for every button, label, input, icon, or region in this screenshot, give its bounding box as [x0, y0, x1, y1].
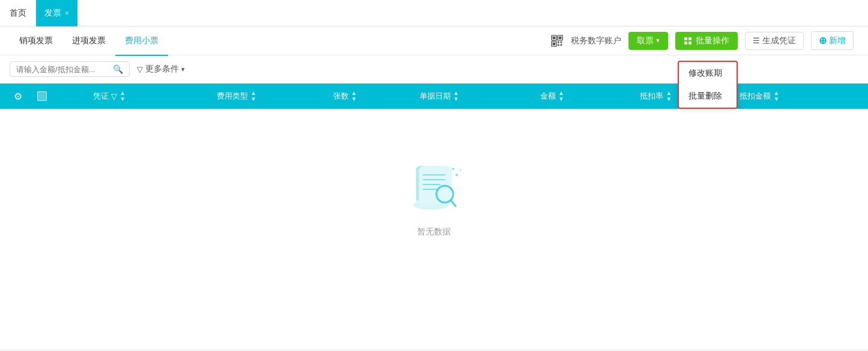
filter-icon: ▽ — [137, 65, 143, 74]
svg-rect-10 — [684, 37, 687, 40]
empty-state: 暂无数据 — [0, 109, 868, 261]
invoice-tab[interactable]: 发票 × — [36, 0, 77, 26]
deduct-sort-icon[interactable]: ▲▼ — [773, 90, 779, 102]
th-expense-type[interactable]: 费用类型 ▲▼ — [166, 90, 307, 102]
th-date-label: 单据日期 — [420, 91, 451, 102]
svg-point-20 — [439, 189, 450, 200]
th-expense-label: 费用类型 — [217, 91, 248, 102]
generate-voucher-label: 生成凭证 — [762, 35, 796, 46]
secondary-nav: 销项发票 进项发票 费用小票 税务数字账户 取票 ▾ — [0, 26, 868, 55]
expense-sort-icon[interactable]: ▲▼ — [250, 90, 256, 102]
take-ticket-button[interactable]: 取票 ▾ — [628, 32, 668, 50]
more-conditions-btn[interactable]: ▽ 更多条件 ▾ — [137, 64, 185, 75]
th-rate-label: 抵扣率 — [640, 91, 663, 102]
svg-point-24 — [453, 168, 454, 170]
batch-dropdown-menu: 修改账期 批量删除 — [678, 61, 738, 109]
count-sort-icon[interactable]: ▲▼ — [351, 90, 357, 102]
batch-delete-item[interactable]: 批量删除 — [679, 85, 737, 108]
gear-icon[interactable]: ⚙ — [14, 91, 22, 102]
svg-rect-8 — [558, 44, 559, 46]
svg-rect-6 — [558, 41, 559, 43]
add-label: 新增 — [829, 35, 846, 46]
date-sort-icon[interactable]: ▲▼ — [453, 90, 459, 102]
close-icon[interactable]: × — [65, 9, 69, 17]
batch-icon — [684, 36, 693, 46]
th-checkbox[interactable] — [31, 91, 53, 101]
th-date[interactable]: 单据日期 ▲▼ — [382, 90, 495, 102]
qr-icon[interactable] — [550, 34, 564, 47]
th-voucher-label: 凭证 — [93, 91, 109, 102]
top-nav: 首页 发票 × — [0, 0, 868, 26]
svg-rect-9 — [561, 44, 562, 46]
svg-rect-4 — [559, 36, 562, 39]
select-all-checkbox[interactable] — [37, 91, 47, 101]
tab-sales-invoice[interactable]: 销项发票 — [10, 27, 62, 56]
batch-ops-label: 批量操作 — [696, 35, 729, 46]
th-voucher[interactable]: 凭证 ▽ ▲▼ — [53, 90, 166, 102]
th-amount[interactable]: 金额 ▲▼ — [496, 90, 609, 102]
table-header: ⚙ 凭证 ▽ ▲▼ 费用类型 ▲▼ 张数 ▲▼ 单据日期 ▲▼ 金额 ▲▼ 抵扣… — [0, 84, 868, 109]
toolbar-right: 税务数字账户 取票 ▾ 批量操作 修改账期 批量删除 — [550, 31, 858, 50]
qr-svg — [550, 34, 564, 47]
filter-bar: 🔍 ▽ 更多条件 ▾ — [0, 55, 868, 84]
voucher-icon: ☰ — [753, 36, 760, 45]
th-deduct-label: 抵扣金额 — [740, 91, 771, 102]
add-button[interactable]: ⊕ 新增 — [811, 31, 854, 50]
plus-icon: ⊕ — [819, 35, 827, 46]
tab-expense-receipt[interactable]: 费用小票 — [115, 27, 168, 56]
home-link[interactable]: 首页 — [0, 8, 36, 19]
svg-line-21 — [451, 200, 456, 206]
more-conditions-label: 更多条件 — [145, 64, 179, 75]
chevron-down-icon: ▾ — [181, 66, 185, 73]
empty-illustration — [398, 157, 470, 217]
content-area: 暂无数据 — [0, 109, 868, 349]
th-settings[interactable]: ⚙ — [5, 91, 31, 102]
th-count-label: 张数 — [333, 91, 349, 102]
take-ticket-label: 取票 — [637, 35, 654, 46]
invoice-tab-label: 发票 — [44, 8, 61, 19]
tab-purchase-invoice[interactable]: 进项发票 — [62, 27, 115, 56]
th-amount-label: 金额 — [540, 91, 556, 102]
svg-rect-11 — [689, 37, 692, 40]
svg-rect-7 — [561, 41, 562, 43]
modify-period-item[interactable]: 修改账期 — [679, 62, 737, 85]
batch-ops-wrap: 批量操作 修改账期 批量删除 — [675, 32, 738, 50]
generate-voucher-button[interactable]: ☰ 生成凭证 — [745, 32, 804, 50]
svg-rect-3 — [553, 36, 556, 39]
search-icon[interactable]: 🔍 — [113, 64, 123, 74]
svg-point-23 — [460, 169, 462, 171]
chevron-down-icon: ▾ — [656, 37, 660, 44]
batch-ops-button[interactable]: 批量操作 — [675, 32, 738, 50]
svg-rect-13 — [689, 41, 692, 44]
th-count[interactable]: 张数 ▲▼ — [307, 90, 383, 102]
tax-digital-account-btn[interactable]: 税务数字账户 — [571, 35, 621, 46]
svg-rect-5 — [553, 42, 556, 45]
voucher-sort-icon[interactable]: ▲▼ — [119, 90, 125, 102]
svg-rect-12 — [684, 41, 687, 44]
rate-sort-icon[interactable]: ▲▼ — [666, 90, 672, 102]
search-wrap: 🔍 — [10, 61, 130, 77]
voucher-filter-icon[interactable]: ▽ — [111, 92, 117, 101]
empty-text: 暂无数据 — [417, 227, 451, 237]
svg-point-22 — [456, 174, 458, 176]
search-input[interactable] — [16, 65, 113, 74]
amount-sort-icon[interactable]: ▲▼ — [558, 90, 564, 102]
